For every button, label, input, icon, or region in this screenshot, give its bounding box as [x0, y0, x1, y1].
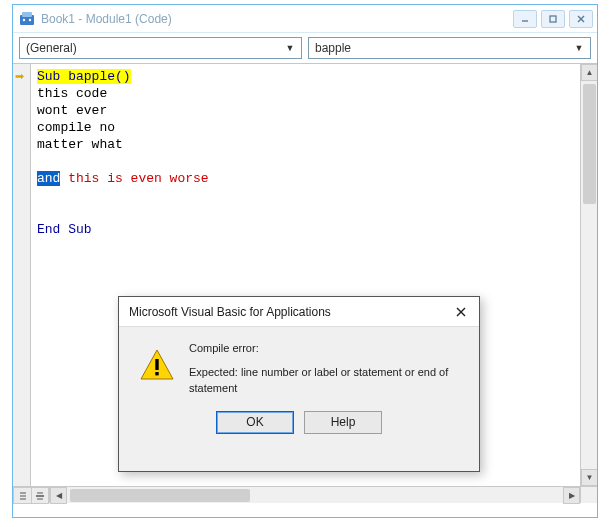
scroll-up-button[interactable]: ▲	[581, 64, 597, 81]
vba-app-icon	[19, 11, 35, 27]
dialog-text: Compile error: Expected: line number or …	[189, 341, 463, 397]
procedure-view-button[interactable]	[13, 487, 31, 504]
procedure-dropdown-value: bapple	[315, 41, 351, 55]
ok-button[interactable]: OK	[216, 411, 294, 434]
svg-point-2	[23, 18, 25, 20]
chevron-down-icon: ▼	[283, 41, 297, 55]
scope-dropdown[interactable]: (General) ▼	[19, 37, 302, 59]
error-dialog: Microsoft Visual Basic for Applications …	[118, 296, 480, 472]
maximize-button[interactable]	[541, 10, 565, 28]
scroll-corner	[580, 487, 597, 503]
svg-point-3	[29, 18, 31, 20]
dialog-close-button[interactable]	[447, 301, 475, 323]
scope-dropdown-value: (General)	[26, 41, 77, 55]
dialog-body: Compile error: Expected: line number or …	[119, 327, 479, 405]
code-error-text: this is even worse	[60, 171, 208, 186]
dialog-message-body: Expected: line number or label or statem…	[189, 365, 463, 397]
scroll-left-button[interactable]: ◀	[50, 487, 67, 504]
chevron-down-icon: ▼	[572, 41, 586, 55]
code-parens: ()	[115, 69, 131, 84]
close-button[interactable]	[569, 10, 593, 28]
dialog-titlebar[interactable]: Microsoft Visual Basic for Applications	[119, 297, 479, 327]
dialog-message-heading: Compile error:	[189, 341, 463, 357]
svg-rect-1	[22, 12, 32, 17]
procedure-dropdown[interactable]: bapple ▼	[308, 37, 591, 59]
scroll-right-button[interactable]: ▶	[563, 487, 580, 504]
dialog-title: Microsoft Visual Basic for Applications	[129, 305, 447, 319]
dropdown-row: (General) ▼ bapple ▼	[13, 33, 597, 63]
code-end-sub: End Sub	[37, 222, 92, 237]
code-line: matter what	[37, 137, 123, 152]
code-selection: and	[37, 171, 60, 186]
titlebar[interactable]: Book1 - Module1 (Code)	[13, 5, 597, 33]
window-controls	[513, 10, 593, 28]
help-button[interactable]: Help	[304, 411, 382, 434]
horizontal-scrollbar[interactable]: ◀ ▶	[49, 487, 580, 503]
code-line: compile no	[37, 120, 115, 135]
svg-rect-18	[155, 372, 158, 375]
full-module-view-button[interactable]	[31, 487, 49, 504]
code-proc-name: bapple	[68, 69, 115, 84]
svg-rect-17	[155, 359, 158, 370]
bottom-row: ◀ ▶	[13, 486, 597, 503]
code-line: this code	[37, 86, 107, 101]
scroll-down-button[interactable]: ▼	[581, 469, 597, 486]
scroll-thumb[interactable]	[583, 84, 596, 204]
view-toggle	[13, 487, 49, 503]
vertical-scrollbar[interactable]: ▲ ▼	[580, 64, 597, 486]
minimize-button[interactable]	[513, 10, 537, 28]
code-kw: Sub	[37, 69, 68, 84]
window-title: Book1 - Module1 (Code)	[41, 12, 513, 26]
scroll-thumb[interactable]	[70, 489, 250, 502]
dialog-buttons: OK Help	[119, 405, 479, 448]
gutter[interactable]: ➡	[13, 64, 31, 486]
execution-arrow-icon: ➡	[15, 70, 24, 83]
warning-icon	[139, 347, 175, 383]
code-line: wont ever	[37, 103, 107, 118]
svg-rect-5	[550, 16, 556, 22]
